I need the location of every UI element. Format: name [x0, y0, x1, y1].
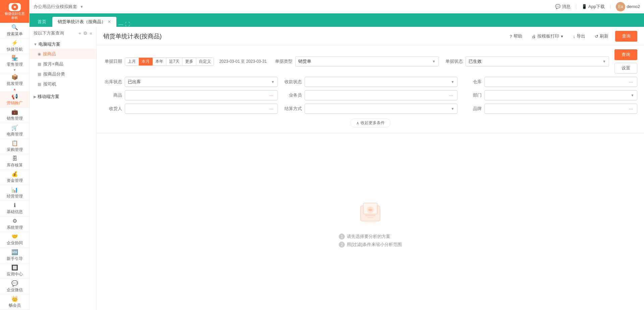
logo-area: 畅捷信好生意 标账 — [0, 0, 29, 23]
paymentstatus-select[interactable]: ▼ — [305, 77, 458, 87]
salesperson-dots[interactable]: ··· — [448, 93, 454, 98]
outstatus-select[interactable]: 已出库 ▼ — [125, 77, 278, 87]
brand-label: 品牌 — [463, 106, 482, 112]
sidebar-item-operations-label: 经营管理 — [7, 194, 23, 199]
empty-tip-2: 2 用[过滤]条件来缩小分析范围 — [339, 242, 401, 248]
ecommerce-icon: 🛒 — [11, 124, 18, 131]
salesperson-select[interactable]: ··· — [305, 90, 458, 100]
sidebar-item-guide[interactable]: 🆕 新手引导 — [0, 248, 29, 263]
query-button[interactable]: 查询 — [615, 31, 637, 42]
app-download-label: App下载 — [588, 4, 605, 10]
department-select[interactable]: ▼ — [484, 90, 637, 100]
tab-sales-stat[interactable]: 销货单统计表（按商品） ✕ — [52, 17, 116, 27]
procurement-icon: 📋 — [11, 140, 18, 146]
warehouse-dots[interactable]: ··· — [628, 79, 634, 85]
settings-button[interactable]: 设置 — [614, 63, 637, 73]
sidebar-item-retail-label: 零售管理 — [7, 62, 23, 67]
sidebar-item-sales[interactable]: 💼 销售管理 — [0, 108, 29, 123]
print-btn[interactable]: 🖨 按模板打印 ▼ — [529, 32, 567, 41]
collapse-panel-icon[interactable]: « — [90, 31, 92, 36]
export-label: 导出 — [577, 33, 585, 39]
export-btn[interactable]: ↓ 导出 — [571, 32, 588, 41]
add-scheme-icon[interactable]: + — [78, 31, 81, 36]
sidebar-item-enterprise-label: 企业协同 — [7, 240, 23, 246]
industry-selector-label[interactable]: 办公用品行业模拟账套 — [34, 4, 77, 10]
messages-label: 消息 — [562, 4, 571, 10]
sidebar-item-enterprise[interactable]: 🤝 企业协同 — [0, 232, 29, 248]
scheme-item-by-product[interactable]: ◉ 按商品 — [30, 49, 96, 59]
date-tab-this-year[interactable]: 本年 — [153, 58, 166, 65]
by-category-icon: ▦ — [38, 72, 41, 76]
by-month-product-icon: ▦ — [38, 62, 41, 66]
sidebar-item-ecommerce[interactable]: 🛒 电商管理 — [0, 123, 29, 139]
settings-scheme-icon[interactable]: ⚙ — [83, 31, 88, 36]
pc-group-label: 电脑端方案 — [39, 41, 60, 47]
search-icon: 🔍 — [11, 24, 18, 31]
messages-btn[interactable]: 💬 消息 — [555, 4, 571, 10]
goods-dots[interactable]: ··· — [268, 93, 275, 98]
date-tab-custom[interactable]: 自定义 — [196, 58, 214, 65]
sidebar-item-member[interactable]: 👑 畅会员 — [0, 294, 29, 310]
scheme-group-mobile-header[interactable]: ▶ 移动端方案 — [30, 92, 96, 101]
query-settings-btns: 查询 设置 — [614, 49, 637, 73]
tab-sales-stat-label: 销货单统计表（按商品） — [58, 19, 106, 25]
logo-icon — [9, 3, 21, 11]
sidebar-item-member-label: 畅会员 — [9, 303, 21, 308]
sidebar-item-marketing[interactable]: 📢 营销推广 — [0, 92, 29, 107]
filter-row-2: 出库状态 已出库 ▼ 收款状态 ▼ 仓库 — [103, 77, 637, 87]
scheme-item-by-category[interactable]: ▦ 按商品分类 — [30, 69, 96, 79]
receiver-select[interactable]: ··· — [125, 104, 278, 114]
tab-maximize-icon[interactable]: ⛶ — [125, 21, 130, 27]
tab-close-icon[interactable]: ✕ — [108, 19, 111, 24]
help-btn[interactable]: ? 帮助 — [507, 32, 525, 41]
sidebar-item-retail[interactable]: 🏪 零售管理 ▼ — [0, 54, 29, 73]
sidebar-item-quick-nav[interactable]: ⚡ 快捷导航 — [0, 39, 29, 54]
paymentstatus-arrow: ▼ — [451, 80, 454, 84]
collapse-btn[interactable]: ∧ 收起更多条件 — [351, 118, 390, 127]
app-download-btn[interactable]: 📱 App下载 — [582, 4, 605, 10]
scheme-group-mobile: ▶ 移动端方案 — [30, 91, 96, 103]
doctype-arrow: ▼ — [432, 59, 436, 63]
main-area: 办公用品行业模拟账套 ▼ 💬 消息 📱 App下载 Ea demo2 首页 — [30, 0, 644, 310]
date-tab-this-month[interactable]: 本月 — [139, 58, 153, 65]
sidebar-item-sales-label: 销售管理 — [7, 116, 23, 121]
sidebar-item-appstore[interactable]: 🔲 应用中心 — [0, 263, 29, 279]
sidebar-item-inventory[interactable]: 🗄 库存核算 — [0, 154, 29, 170]
brand-select[interactable]: ··· — [484, 104, 637, 114]
tab-minimize-icon[interactable]: — — [118, 21, 123, 27]
query-button-2[interactable]: 查询 — [614, 49, 637, 60]
user-name: demo2 — [627, 4, 640, 9]
svg-point-6 — [363, 221, 377, 224]
scheme-group-pc-header[interactable]: ▼ 电脑端方案 — [30, 40, 96, 49]
refresh-btn[interactable]: ↺ 刷新 — [592, 32, 611, 41]
receiver-dots[interactable]: ··· — [268, 106, 275, 111]
sidebar-item-wholesale[interactable]: 📦 批发管理 ▲ — [0, 73, 29, 92]
subtitle-text: 标账 — [11, 16, 18, 20]
date-tab-7-days[interactable]: 近7天 — [166, 58, 182, 65]
date-tab-more[interactable]: 更多 — [182, 58, 196, 65]
sidebar-item-procurement[interactable]: 📋 采购管理 — [0, 139, 29, 154]
warehouse-select[interactable]: ··· — [484, 77, 637, 87]
filter-salesperson-field: 业务员 ··· — [283, 90, 458, 100]
sidebar-item-wholesale-label: 批发管理 — [7, 81, 23, 87]
scheme-item-by-month-product[interactable]: ▦ 按月+商品 — [30, 59, 96, 69]
doctype-select[interactable]: 销货单 ▼ — [295, 56, 439, 66]
scheme-item-by-cashier[interactable]: ▦ 按司机 — [30, 79, 96, 89]
sidebar-item-search[interactable]: 🔍 搜索菜单 — [0, 23, 29, 38]
sidebar-item-operations[interactable]: 📊 经营管理 — [0, 185, 29, 201]
docstatus-select[interactable]: 已生效 ▼ — [466, 56, 609, 66]
payment-method-select[interactable]: ▼ — [305, 104, 458, 114]
brand-dots[interactable]: ··· — [628, 106, 634, 111]
user-profile-btn[interactable]: Ea demo2 — [616, 2, 640, 11]
mobile-group-label: 移动端方案 — [38, 94, 59, 100]
sidebar-item-guide-label: 新手引导 — [7, 256, 23, 262]
sidebar-item-system[interactable]: ⚙ 系统管理 — [0, 216, 29, 232]
sidebar-item-wechat[interactable]: 💬 企业微信 — [0, 279, 29, 294]
date-tab-last-month[interactable]: 上月 — [125, 58, 139, 65]
sidebar-item-basic[interactable]: ℹ 基础信息 — [0, 201, 29, 216]
goods-select[interactable]: ··· — [125, 90, 278, 100]
marketing-icon: 📢 — [11, 93, 18, 100]
retail-icon: 🏪 — [11, 55, 18, 61]
tab-home[interactable]: 首页 — [32, 17, 52, 27]
sidebar-item-finance[interactable]: 💰 资金管理 — [0, 170, 29, 185]
